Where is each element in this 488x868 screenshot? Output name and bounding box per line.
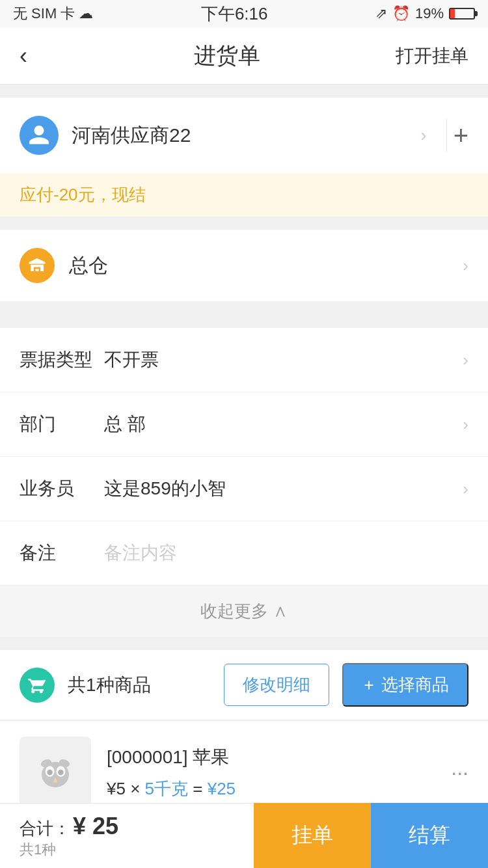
warehouse-row[interactable]: 总仓 › xyxy=(0,230,488,302)
product-more-button[interactable]: ··· xyxy=(451,761,468,785)
warehouse-section: 总仓 › xyxy=(0,230,488,302)
salesperson-chevron-icon: › xyxy=(463,479,468,499)
open-pending-button[interactable]: 打开挂单 xyxy=(396,44,468,68)
products-header: 共1种商品 修改明细 选择商品 xyxy=(0,650,488,720)
location-icon: ⇗ xyxy=(375,5,387,22)
svg-point-3 xyxy=(47,770,52,775)
supplier-chevron-icon: › xyxy=(420,125,426,146)
add-supplier-button[interactable]: + xyxy=(454,121,468,150)
gap-1 xyxy=(0,85,488,98)
supplier-avatar xyxy=(20,116,59,155)
warehouse-icon xyxy=(27,256,47,275)
products-icon-bg xyxy=(20,668,55,703)
product-thumbnail xyxy=(20,737,91,808)
select-product-label: 选择商品 xyxy=(381,673,449,696)
status-left: 无 SIM 卡 ☁ xyxy=(13,4,93,23)
products-count-label: 共1种商品 xyxy=(68,673,211,698)
product-price: ¥5 × 5千克 = ¥25 xyxy=(107,778,435,800)
page-title: 进货单 xyxy=(194,41,260,71)
warehouse-name: 总仓 xyxy=(69,252,463,279)
total-label: 合计： xyxy=(20,817,70,840)
person-icon xyxy=(27,124,51,147)
equals-symbol: = xyxy=(193,779,207,798)
ticket-type-value: 不开票 xyxy=(104,347,463,372)
product-title: 苹果 xyxy=(193,747,229,767)
owl-logo-icon xyxy=(33,750,78,795)
ticket-type-chevron-icon: › xyxy=(463,350,468,370)
department-row[interactable]: 部门 总 部 › xyxy=(0,392,488,457)
status-bar: 无 SIM 卡 ☁ 下午6:16 ⇗ ⏰ 19% xyxy=(0,0,488,27)
status-right: ⇗ ⏰ 19% xyxy=(375,5,475,22)
department-chevron-icon: › xyxy=(463,414,468,435)
supplier-name: 河南供应商22 xyxy=(72,122,420,149)
gap-2 xyxy=(0,302,488,315)
bottom-bar: 合计： ¥ 25 共1种 挂单 结算 xyxy=(0,803,488,868)
total-amount: ¥ 25 xyxy=(73,813,118,840)
warehouse-icon-bg xyxy=(20,248,55,283)
alarm-icon: ⏰ xyxy=(392,5,410,22)
divider xyxy=(446,119,447,152)
supplier-section: 河南供应商22 › + 应付-20元，现结 xyxy=(0,98,488,217)
sim-wifi-indicator: 无 SIM 卡 ☁ xyxy=(13,4,93,23)
product-code: [0000001] xyxy=(107,747,188,767)
warehouse-chevron-icon: › xyxy=(463,256,468,276)
remark-row[interactable]: 备注 备注内容 xyxy=(0,521,488,586)
collapse-button[interactable]: 收起更多 ∧ xyxy=(0,586,488,637)
product-name: [0000001] 苹果 xyxy=(107,745,435,770)
edit-detail-button[interactable]: 修改明细 xyxy=(224,664,329,706)
select-product-button[interactable]: 选择商品 xyxy=(342,663,468,707)
total-count: 共1种 xyxy=(20,840,234,860)
multiply-symbol: × xyxy=(130,779,144,798)
nav-bar: ‹ 进货单 打开挂单 xyxy=(0,27,488,85)
salesperson-row[interactable]: 业务员 这是859的小智 › xyxy=(0,457,488,521)
cart-icon xyxy=(27,675,47,695)
status-time: 下午6:16 xyxy=(201,3,268,25)
battery-percent: 19% xyxy=(415,5,444,22)
product-total: ¥25 xyxy=(208,779,236,798)
hang-order-button[interactable]: 挂单 xyxy=(254,803,371,868)
ticket-type-label: 票据类型 xyxy=(20,347,104,372)
salesperson-label: 业务员 xyxy=(20,476,104,501)
price-unit: ¥5 xyxy=(107,779,126,798)
checkout-button[interactable]: 结算 xyxy=(371,803,488,868)
remark-input[interactable]: 备注内容 xyxy=(104,541,468,565)
department-label: 部门 xyxy=(20,412,104,437)
notice-banner: 应付-20元，现结 xyxy=(0,173,488,217)
form-section: 票据类型 不开票 › 部门 总 部 › 业务员 这是859的小智 › 备注 备注… xyxy=(0,328,488,586)
product-info: [0000001] 苹果 ¥5 × 5千克 = ¥25 xyxy=(107,745,435,800)
department-value: 总 部 xyxy=(104,412,463,437)
add-product-icon xyxy=(362,678,376,692)
back-button[interactable]: ‹ xyxy=(20,42,59,70)
svg-point-4 xyxy=(58,770,63,775)
total-section: 合计： ¥ 25 共1种 xyxy=(0,803,254,868)
salesperson-value: 这是859的小智 xyxy=(104,476,463,501)
ticket-type-row[interactable]: 票据类型 不开票 › xyxy=(0,328,488,392)
product-qty: 5千克 xyxy=(145,779,188,798)
supplier-row[interactable]: 河南供应商22 › + xyxy=(0,98,488,173)
battery-icon xyxy=(449,8,475,20)
remark-label: 备注 xyxy=(20,541,104,565)
